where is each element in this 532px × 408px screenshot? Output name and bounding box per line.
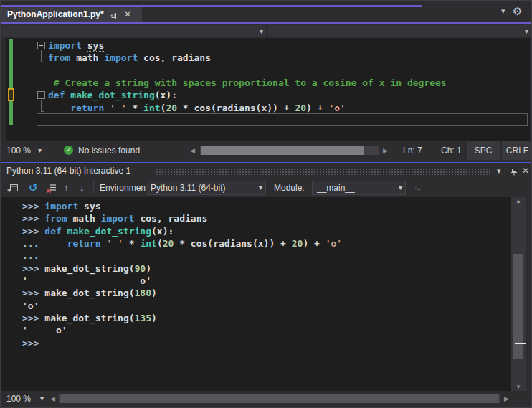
editor-code-area[interactable]: import sysfrom math import cos, radians … bbox=[48, 39, 447, 126]
code-line: >>> from math import cos, radians bbox=[22, 212, 342, 224]
token-num: 20 bbox=[292, 238, 303, 249]
token-prompt: >>> bbox=[22, 226, 44, 237]
token-num: 20 bbox=[295, 103, 306, 113]
chevron-down-icon[interactable]: ▾ bbox=[40, 391, 44, 407]
token-prompt: >>> bbox=[22, 213, 44, 224]
scrollbar-thumb[interactable] bbox=[201, 146, 364, 155]
token-prompt: >>> bbox=[22, 313, 44, 323]
chevron-down-icon: ▾ bbox=[399, 181, 402, 194]
code-line bbox=[48, 65, 447, 77]
module-value: __main__ bbox=[317, 181, 355, 194]
zoom-level[interactable]: 100 % bbox=[6, 391, 31, 407]
scroll-left-icon[interactable]: ◀ bbox=[50, 391, 55, 407]
open-interactive-window-icon[interactable] bbox=[7, 182, 19, 194]
fold-collapse-icon[interactable] bbox=[37, 42, 45, 49]
token-kw: return bbox=[67, 238, 101, 249]
close-icon[interactable]: ✕ bbox=[522, 163, 529, 179]
toolbar-separator bbox=[93, 181, 94, 194]
toolbar-separator bbox=[24, 181, 24, 194]
chevron-down-icon: ▾ bbox=[260, 25, 263, 37]
editor-pane[interactable]: import sysfrom math import cos, radians … bbox=[1, 38, 530, 141]
nav-type-dropdown[interactable]: ▾ bbox=[2, 25, 266, 37]
token-id bbox=[82, 40, 87, 51]
scroll-left-icon[interactable]: ◀ bbox=[190, 141, 195, 160]
fold-region-line bbox=[41, 62, 44, 62]
module-dropdown[interactable]: __main__ ▾ bbox=[312, 181, 406, 195]
go-to-next-icon: ⤷ bbox=[415, 179, 421, 197]
fold-region-line bbox=[41, 111, 44, 112]
token-fn: int bbox=[143, 103, 160, 113]
pin-icon[interactable] bbox=[109, 10, 118, 23]
scroll-right-icon[interactable]: ▶ bbox=[383, 141, 388, 160]
interactive-console[interactable]: >>> import sys>>> from math import cos, … bbox=[1, 197, 526, 391]
titlebar-drag-grip[interactable] bbox=[156, 168, 491, 175]
gear-icon[interactable]: ⚙ bbox=[513, 5, 522, 18]
code-line: >>> make_dot_string(135) bbox=[22, 312, 342, 324]
interactive-window-titlebar[interactable]: Python 3.11 (64-bit) Interactive 1 ▾ ✕ bbox=[1, 162, 532, 179]
token-out: ' o' bbox=[22, 275, 151, 286]
module-label: Module: bbox=[274, 179, 305, 197]
scroll-right-icon[interactable]: ▶ bbox=[504, 391, 509, 407]
pin-icon[interactable] bbox=[510, 166, 518, 179]
horizontal-scrollbar[interactable] bbox=[58, 394, 501, 403]
line-ending-indicator[interactable]: CRLF bbox=[502, 141, 532, 160]
token-id: (x): bbox=[151, 226, 174, 237]
close-icon[interactable]: ✕ bbox=[124, 7, 131, 22]
token-kw: import bbox=[44, 201, 78, 212]
token-id: ( bbox=[157, 238, 163, 249]
environment-label: Environment: bbox=[100, 179, 151, 197]
code-line: >>> bbox=[22, 337, 342, 349]
token-kw: from bbox=[48, 52, 70, 63]
token-id: make_dot_string( bbox=[44, 313, 134, 323]
token-fn: make_dot_string bbox=[62, 226, 151, 237]
token-id: cos, radians bbox=[135, 213, 208, 224]
token-out: 'o' bbox=[22, 300, 39, 311]
document-tab-title: PythonApplication1.py* bbox=[7, 7, 104, 22]
space-mode-indicator[interactable]: SPC bbox=[467, 141, 500, 160]
scrollbar-thumb[interactable] bbox=[513, 254, 523, 359]
token-fn: int bbox=[140, 238, 156, 249]
chevron-down-icon[interactable]: ▾ bbox=[38, 141, 42, 160]
reset-interactive-icon[interactable]: ↺ bbox=[29, 179, 38, 197]
token-id: ) + bbox=[303, 238, 325, 249]
code-line: ' o' bbox=[22, 275, 342, 287]
column-indicator: Ch: 1 bbox=[441, 141, 462, 160]
token-id: math bbox=[67, 213, 101, 224]
nav-member-dropdown[interactable]: ▾ bbox=[268, 25, 531, 37]
code-line bbox=[48, 114, 447, 126]
horizontal-scrollbar[interactable] bbox=[200, 146, 379, 155]
token-id: * cos(radians(x)) + bbox=[177, 103, 295, 113]
fold-collapse-icon[interactable] bbox=[37, 91, 45, 99]
zoom-level[interactable]: 100 % bbox=[6, 141, 31, 160]
history-previous-icon[interactable]: ↑ bbox=[64, 179, 69, 197]
code-line: from math import cos, radians bbox=[48, 52, 447, 64]
token-kw: def bbox=[44, 226, 61, 237]
code-line: ' o' bbox=[22, 324, 342, 336]
issues-status[interactable]: No issues found bbox=[78, 141, 140, 160]
document-tab[interactable]: PythonApplication1.py* ✕ bbox=[1, 7, 142, 22]
scrollbar-thumb[interactable] bbox=[60, 394, 499, 403]
code-line: import sys bbox=[48, 39, 447, 52]
change-tracking-bar-saved bbox=[9, 39, 13, 88]
token-kw: import bbox=[101, 213, 135, 224]
environment-dropdown[interactable]: Python 3.11 (64-bit) ▾ bbox=[146, 181, 266, 195]
token-kw: def bbox=[48, 90, 65, 100]
token-str: ' ' bbox=[106, 238, 123, 249]
interactive-toolbar: ↺ ↑ ↓ Environment: Python 3.11 (64-bit) … bbox=[1, 179, 532, 197]
change-tracking-bar-saved bbox=[9, 101, 13, 125]
console-output-area[interactable]: >>> import sys>>> from math import cos, … bbox=[22, 200, 342, 349]
token-prompt: >>> bbox=[22, 288, 44, 298]
token-com: # Create a string with spaces proportion… bbox=[48, 77, 447, 88]
history-next-icon[interactable]: ↓ bbox=[80, 179, 85, 197]
token-id: cos, radians bbox=[138, 52, 211, 63]
token-num: 135 bbox=[135, 313, 151, 323]
window-position-chevron-icon[interactable]: ▾ bbox=[497, 163, 501, 179]
scroll-up-icon[interactable]: ▲ bbox=[511, 198, 526, 204]
scroll-down-icon[interactable]: ▼ bbox=[511, 384, 526, 390]
token-id: sys bbox=[78, 201, 100, 212]
interactive-status-bar: 100 % ▾ ◀ ▶ bbox=[1, 391, 532, 407]
clear-screen-icon[interactable] bbox=[46, 182, 57, 194]
token-num: 90 bbox=[135, 263, 146, 274]
vertical-scrollbar[interactable]: ▲ ▼ bbox=[511, 197, 526, 391]
chevron-down-icon[interactable]: ▾ bbox=[501, 6, 505, 16]
